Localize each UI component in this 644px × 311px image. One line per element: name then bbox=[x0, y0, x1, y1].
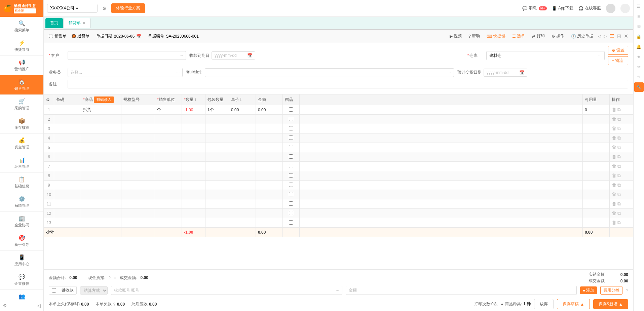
help-btn[interactable]: ? 帮助 bbox=[466, 32, 482, 40]
row-qty[interactable] bbox=[182, 152, 205, 162]
sidebar-item-members[interactable]: 👥 畅会员 bbox=[0, 290, 43, 300]
row-gift[interactable] bbox=[283, 199, 300, 209]
row-qty[interactable] bbox=[182, 143, 205, 152]
row-barcode[interactable] bbox=[54, 181, 81, 190]
row-product[interactable]: 拆货 bbox=[81, 105, 121, 115]
row-pkg-qty[interactable]: 1个 bbox=[205, 105, 229, 115]
rt-tool-btn[interactable]: 🔧 bbox=[634, 82, 644, 92]
delete-row-icon[interactable]: 🗑 bbox=[612, 220, 616, 225]
delete-row-icon[interactable]: 🗑 bbox=[612, 210, 616, 216]
row-barcode[interactable] bbox=[54, 162, 81, 171]
row-spec[interactable] bbox=[121, 105, 155, 115]
row-pkg-qty[interactable] bbox=[205, 124, 229, 133]
row-barcode[interactable] bbox=[54, 124, 81, 133]
row-gift[interactable] bbox=[283, 181, 300, 190]
row-pkg-qty[interactable] bbox=[205, 181, 229, 190]
delete-row-icon[interactable]: 🗑 bbox=[612, 201, 616, 206]
rt-grid-btn[interactable]: ⊞ bbox=[634, 12, 644, 21]
sidebar-item-business[interactable]: 📊 经营管理 bbox=[0, 153, 43, 173]
delivery-date-input[interactable]: yyyy-mm-dd 📅 bbox=[484, 69, 527, 77]
row-unit[interactable] bbox=[155, 115, 182, 124]
rt-fav-btn[interactable]: ☆ bbox=[634, 72, 644, 82]
row-pkg-qty[interactable] bbox=[205, 143, 229, 152]
row-product[interactable] bbox=[81, 152, 121, 162]
row-amount[interactable] bbox=[256, 181, 283, 190]
row-barcode[interactable] bbox=[54, 152, 81, 162]
row-spec[interactable] bbox=[121, 162, 155, 171]
shortcut-btn[interactable]: ⌨ 快捷键 bbox=[485, 32, 507, 40]
copy-row-icon[interactable]: ⧉ bbox=[617, 182, 621, 188]
notes-input[interactable] bbox=[68, 80, 628, 88]
row-product[interactable] bbox=[81, 190, 121, 199]
row-spec[interactable] bbox=[121, 199, 155, 209]
row-spec[interactable] bbox=[121, 143, 155, 152]
row-unit[interactable] bbox=[155, 143, 182, 152]
copy-row-icon[interactable]: ⧉ bbox=[617, 107, 621, 112]
company-selector[interactable]: XXXXXX公司 ▾ bbox=[47, 4, 98, 13]
row-unit[interactable] bbox=[155, 181, 182, 190]
tab-home[interactable]: 首页 bbox=[45, 18, 63, 28]
row-unit[interactable] bbox=[155, 124, 182, 133]
row-spec[interactable] bbox=[121, 152, 155, 162]
row-pkg-qty[interactable] bbox=[205, 199, 229, 209]
row-unit[interactable] bbox=[155, 190, 182, 199]
row-qty[interactable] bbox=[182, 190, 205, 199]
sidebar-item-guide[interactable]: 🎯 新手引导 bbox=[0, 231, 43, 251]
copy-row-icon[interactable]: ⧉ bbox=[617, 220, 621, 225]
row-gift[interactable] bbox=[283, 143, 300, 152]
sidebar-item-wechat[interactable]: 💬 企业微信 bbox=[0, 270, 43, 290]
row-qty[interactable] bbox=[182, 199, 205, 209]
delete-row-icon[interactable]: 🗑 bbox=[612, 182, 616, 188]
row-spec[interactable] bbox=[121, 133, 155, 143]
row-pkg-qty[interactable] bbox=[205, 209, 229, 218]
row-gift[interactable] bbox=[283, 190, 300, 199]
row-amount[interactable] bbox=[256, 124, 283, 133]
rt-edit-btn[interactable]: ✏ bbox=[634, 62, 644, 72]
row-product[interactable] bbox=[81, 143, 121, 152]
row-product[interactable] bbox=[81, 133, 121, 143]
delete-row-icon[interactable]: 🗑 bbox=[612, 116, 616, 122]
row-barcode[interactable] bbox=[54, 143, 81, 152]
history-btn[interactable]: 🕐 历史单据 bbox=[569, 32, 595, 40]
copy-row-icon[interactable]: ⧉ bbox=[617, 173, 621, 178]
setting-btn[interactable]: ⚙ 设置 bbox=[608, 46, 628, 55]
row-price[interactable] bbox=[229, 181, 256, 190]
sidebar-item-finance[interactable]: 💰 资金管理 bbox=[0, 134, 43, 153]
row-pkg-qty[interactable] bbox=[205, 162, 229, 171]
copy-row-icon[interactable]: ⧉ bbox=[617, 163, 621, 169]
sidebar-item-app-center[interactable]: 📱 应用中心 bbox=[0, 251, 43, 270]
row-pkg-qty[interactable] bbox=[205, 152, 229, 162]
delivery-calendar-icon[interactable]: 📅 bbox=[519, 70, 524, 75]
row-pkg-qty[interactable] bbox=[205, 218, 229, 228]
row-qty[interactable]: -1.00 bbox=[182, 105, 205, 115]
row-qty[interactable] bbox=[182, 171, 205, 181]
row-amount[interactable] bbox=[256, 143, 283, 152]
nav-next-icon[interactable]: ▷ bbox=[604, 34, 607, 39]
row-qty[interactable] bbox=[182, 115, 205, 124]
copy-row-icon[interactable]: ⧉ bbox=[617, 145, 621, 150]
row-pkg-qty[interactable] bbox=[205, 171, 229, 181]
row-barcode[interactable] bbox=[54, 209, 81, 218]
row-price[interactable]: 0.00 bbox=[229, 105, 256, 115]
trial-btn[interactable]: 体验行业方案 bbox=[111, 3, 145, 13]
row-gift[interactable] bbox=[283, 218, 300, 228]
col-settings-header[interactable]: ⚙ bbox=[44, 94, 54, 105]
row-barcode[interactable] bbox=[54, 199, 81, 209]
row-unit[interactable] bbox=[155, 133, 182, 143]
delete-row-icon[interactable]: 🗑 bbox=[612, 135, 616, 141]
row-product[interactable] bbox=[81, 181, 121, 190]
delete-row-icon[interactable]: 🗑 bbox=[612, 192, 616, 197]
view-grid-icon[interactable]: ⊞ bbox=[617, 33, 621, 39]
app-download-btn[interactable]: 📱 App下载 bbox=[552, 5, 573, 11]
row-product[interactable] bbox=[81, 171, 121, 181]
row-gift[interactable] bbox=[283, 115, 300, 124]
rt-mail-btn[interactable]: ✉ bbox=[634, 22, 644, 31]
sidebar-item-marketing[interactable]: 📢 营销推广 bbox=[0, 56, 43, 75]
sidebar-item-purchase-mgmt[interactable]: 🛒 采购管理 bbox=[0, 95, 43, 114]
calendar-icon[interactable]: 📅 bbox=[136, 34, 141, 39]
row-barcode[interactable] bbox=[54, 133, 81, 143]
row-amount[interactable] bbox=[256, 115, 283, 124]
row-price[interactable] bbox=[229, 162, 256, 171]
rt-bell-btn[interactable]: 🔔 bbox=[634, 42, 644, 51]
copy-row-icon[interactable]: ⧉ bbox=[617, 116, 621, 122]
